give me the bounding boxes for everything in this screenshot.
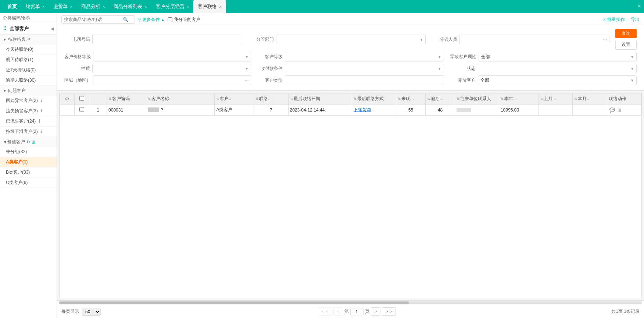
nav-customer-segment[interactable]: 客户分层经营 × (151, 0, 193, 13)
sidebar-search-input[interactable] (3, 15, 57, 21)
region-input[interactable]: ··· (93, 75, 251, 85)
filter-region: 区域（地区） ··· (61, 75, 254, 85)
retail-attr-dropdown[interactable]: 全部▼ (479, 52, 637, 61)
scroll-track (59, 301, 642, 304)
my-customer-filter: 我分管的客户 (168, 17, 200, 23)
all-customers-header[interactable]: ⠿ 全部客户 ◀ (0, 23, 57, 35)
sidebar-class-c[interactable]: C类客户(6) (0, 178, 57, 188)
row-code[interactable]: 000031 (107, 105, 146, 116)
sidebar-churn-warning[interactable]: 流失预警客户(3) ℹ (0, 106, 57, 116)
more-filters-button[interactable]: ▽ 更多条件 ▲ (138, 17, 165, 23)
col-header-code[interactable]: ⇅客户编码 (107, 93, 146, 105)
toolbar-search-icon[interactable]: 🔍 (123, 17, 128, 22)
payment-dropdown[interactable]: ▼ (285, 64, 444, 73)
toolbar-search-input[interactable] (64, 17, 123, 22)
problem-customers-group[interactable]: ▼ 问题客户 (0, 86, 57, 96)
query-button[interactable]: 查询 (615, 29, 637, 38)
settings-button[interactable]: 设置 (615, 40, 637, 50)
col-header-this-year[interactable]: ⇅本年... (499, 93, 539, 105)
close-sales-icon[interactable]: × (42, 4, 44, 9)
sidebar-class-a[interactable]: A类客户(1) (0, 157, 57, 167)
sidebar-churned[interactable]: 已流失客户(24) ℹ (0, 116, 57, 127)
col-header-level[interactable]: ⇅客户... (215, 93, 254, 105)
sidebar-declining[interactable]: 持续下滑客户(2) ℹ (0, 127, 57, 137)
qrcode-icon[interactable]: ⊞ (618, 107, 621, 113)
status-dropdown[interactable]: ▼ (478, 64, 637, 73)
sidebar-repurchase-abnormal[interactable]: 回购异常客户(2) ℹ (0, 96, 57, 106)
filter-payment: 收付款条件 ▼ (254, 64, 447, 73)
phone-input[interactable] (92, 35, 242, 44)
row-last-method[interactable]: 下销货单 (352, 105, 396, 116)
close-window-icon[interactable]: × (638, 3, 641, 10)
collapse-sidebar-icon[interactable]: ◀ (51, 26, 54, 31)
col-header-unit-contact[interactable]: ⇅往来单位联系人 (455, 93, 499, 105)
row-checkbox[interactable] (79, 107, 84, 112)
page-number-input[interactable] (350, 308, 364, 315)
sidebar-unclassified[interactable]: 未分组(32) (0, 147, 57, 157)
pending-contact-group[interactable]: ▼ 待联络客户 (0, 35, 57, 45)
horizontal-scrollbar[interactable] (57, 300, 644, 305)
col-header-action: 联络动作 (607, 93, 641, 105)
row-action: 💬 ⊞ (607, 105, 641, 116)
filter-customer-level: 客户等级 ▼ (254, 52, 447, 61)
batch-operation-button[interactable]: ☑ 批量操作 (602, 17, 625, 23)
last-page-button[interactable]: ＞＞ (382, 307, 396, 316)
my-customer-checkbox[interactable] (168, 17, 172, 22)
close-customer-segment-icon[interactable]: × (187, 4, 189, 9)
nature-dropdown[interactable]: ▼ (92, 64, 251, 73)
retail-dropdown[interactable]: 全部▼ (478, 75, 637, 85)
data-table: ⚙ ⇅客户编码 ⇅客户名称 ⇅客户... ⇅联络... ⇅最后联络日期 ⇅最后联… (60, 93, 641, 116)
customer-type-input[interactable] (285, 75, 444, 85)
col-header-gear[interactable]: ⚙ (60, 93, 75, 105)
page-size-select[interactable]: 50 100 200 (82, 308, 101, 316)
sidebar: 🔍 ⠿ 全部客户 ◀ ▼ 待联络客户 今天待联络(0) 明天待联络(1) 近7天… (0, 13, 57, 318)
close-customer-contact-icon[interactable]: × (219, 4, 221, 9)
row-contact: 7 (254, 105, 288, 116)
sidebar-overdue-pending[interactable]: 逾期未联络(30) (0, 75, 57, 86)
next-page-button[interactable]: ＞ (371, 307, 380, 316)
sidebar-7day-pending[interactable]: 近7天待联络(0) (0, 65, 57, 75)
page-size-container: 每页显示 50 100 200 (61, 308, 102, 316)
price-level-dropdown[interactable]: ▼ (93, 52, 251, 61)
sidebar-today-pending[interactable]: 今天待联络(0) (0, 45, 57, 55)
row-check[interactable] (75, 105, 89, 116)
col-header-last-month[interactable]: ⇅上月... (538, 93, 572, 105)
col-header-contact[interactable]: ⇅联络... (254, 93, 288, 105)
toolbar-right: ☑ 批量操作 ↑ 导出 (602, 17, 640, 23)
sidebar-tomorrow-pending[interactable]: 明天待联络(1) (0, 55, 57, 65)
col-header-this-month[interactable]: ⇅本月... (573, 93, 607, 105)
filter-row-3: 性质 ▼ 收付款条件 ▼ 状态 ▼ (61, 64, 640, 73)
nav-sales[interactable]: 销货单 × (21, 0, 49, 13)
export-button[interactable]: ↑ 导出 (628, 17, 640, 23)
close-product-analysis-icon[interactable]: × (103, 4, 105, 9)
dept-dropdown[interactable]: ▼ (276, 35, 426, 44)
col-header-name[interactable]: ⇅客户名称 (146, 93, 215, 105)
select-all-checkbox[interactable] (79, 96, 84, 101)
customer-level-dropdown[interactable]: ▼ (285, 52, 444, 61)
close-product-list-icon[interactable]: × (144, 4, 147, 9)
row-last-month (538, 105, 572, 116)
col-header-last-date[interactable]: ⇅最后联络日期 (288, 93, 352, 105)
chat-icon[interactable]: 💬 (609, 107, 615, 113)
nav-customer-contact[interactable]: 客户联络 × (193, 0, 226, 13)
sidebar-class-b[interactable]: B类客户(33) (0, 167, 57, 178)
close-purchase-icon[interactable]: × (70, 4, 72, 9)
row-name[interactable]: Ea ？ (146, 105, 215, 116)
add-group-icon[interactable]: ⊞ (32, 139, 35, 145)
first-page-button[interactable]: ＜＜ (318, 307, 332, 316)
nav-product-analysis[interactable]: 商品分析 × (77, 0, 109, 13)
col-header-no-contact[interactable]: ⇅未联... (396, 93, 426, 105)
col-header-last-method[interactable]: ⇅最后联络方式 (352, 93, 396, 105)
nav-purchase[interactable]: 进货单 × (49, 0, 76, 13)
refresh-icon[interactable]: ↻ (26, 139, 30, 145)
col-header-check[interactable] (75, 93, 89, 105)
nav-home[interactable]: 首页 (3, 0, 21, 13)
row-last-date: 2023-04-12 14:44: (288, 105, 352, 116)
scroll-thumb[interactable] (59, 301, 409, 304)
prev-page-button[interactable]: ＜ (333, 307, 343, 316)
filter-dept: 分管部门 ▼ (245, 35, 429, 44)
person-dropdown[interactable]: ··· (459, 35, 609, 44)
value-customers-group[interactable]: ▼ 价值客户 ↻ ⊞ (0, 137, 57, 147)
col-header-overdue[interactable]: ⇅逾期... (426, 93, 455, 105)
nav-product-list[interactable]: 商品分析列表 × (109, 0, 151, 13)
